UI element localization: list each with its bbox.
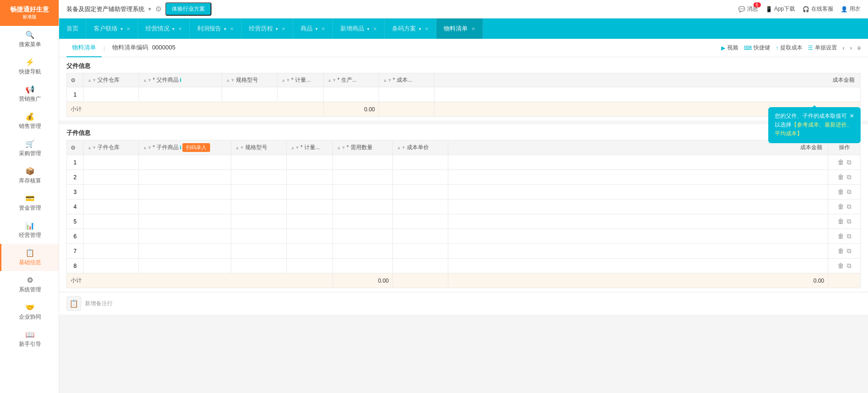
child-row-qty[interactable] xyxy=(333,200,393,214)
parent-th-settings[interactable]: ⚙ xyxy=(67,73,84,87)
copy-icon[interactable]: ⧉ xyxy=(847,232,851,240)
parent-row-product[interactable] xyxy=(139,87,222,102)
child-th-unit[interactable]: ▲▼* 计量... xyxy=(287,140,333,155)
child-row-unit-price[interactable] xyxy=(393,259,448,273)
delete-icon[interactable]: 🗑 xyxy=(838,188,844,196)
copy-icon[interactable]: ⧉ xyxy=(847,203,851,211)
delete-icon[interactable]: 🗑 xyxy=(838,232,844,240)
child-row-spec[interactable] xyxy=(231,185,287,200)
parent-row-spec[interactable] xyxy=(222,87,277,102)
parent-row-unit[interactable] xyxy=(277,87,324,102)
copy-icon[interactable]: ⧉ xyxy=(847,158,851,166)
nav-tab-close-icon[interactable]: ✕ xyxy=(282,26,285,31)
child-row-warehouse[interactable] xyxy=(84,214,139,229)
child-row-unit[interactable] xyxy=(287,259,333,273)
child-th-product[interactable]: ▲▼* 子件商品ℹ扫码录入 xyxy=(139,140,231,155)
parent-row-production[interactable] xyxy=(324,87,379,102)
delete-icon[interactable]: 🗑 xyxy=(838,218,844,225)
child-row-qty[interactable] xyxy=(333,259,393,273)
copy-icon[interactable]: ⧉ xyxy=(847,262,851,270)
nav-tab-close-icon[interactable]: ✕ xyxy=(425,26,428,31)
child-row-unit-price[interactable] xyxy=(393,170,448,185)
child-row-unit-price[interactable] xyxy=(393,155,448,170)
app-download-item[interactable]: 📱 App下载 xyxy=(766,5,795,13)
trial-button[interactable]: 体验行业方案 xyxy=(165,2,211,16)
prev-nav-button[interactable]: ‹ xyxy=(843,45,844,51)
sidebar-item-guide[interactable]: 📖新手引导 xyxy=(0,326,59,353)
delete-icon[interactable]: 🗑 xyxy=(838,173,844,181)
sidebar-item-marketing[interactable]: 📢营销推广 xyxy=(0,80,59,108)
extract-cost-button[interactable]: ↑ 提取成本 xyxy=(776,44,802,52)
child-row-qty[interactable] xyxy=(333,155,393,170)
sidebar-item-search[interactable]: 🔍搜索菜单 xyxy=(0,26,59,53)
child-row-warehouse[interactable] xyxy=(84,244,139,259)
child-row-spec[interactable] xyxy=(231,259,287,273)
child-row-product[interactable] xyxy=(139,185,231,200)
sidebar-item-system[interactable]: ⚙系统管理 xyxy=(0,271,59,298)
nav-tab-new_goods[interactable]: 新增商品▾✕ xyxy=(333,18,385,39)
child-row-product[interactable] xyxy=(139,155,231,170)
delete-icon[interactable]: 🗑 xyxy=(838,203,844,211)
nav-tab-goods[interactable]: 商品▾✕ xyxy=(293,18,333,39)
child-row-warehouse[interactable] xyxy=(84,229,139,244)
nav-tab-customer[interactable]: 客户联络▾✕ xyxy=(86,18,138,39)
child-row-product[interactable] xyxy=(139,170,231,185)
close-page-icon[interactable]: ✕ xyxy=(850,18,868,20)
child-th-warehouse[interactable]: ▲▼子件仓库 xyxy=(84,140,139,155)
child-row-unit[interactable] xyxy=(287,170,333,185)
online-service-item[interactable]: 🎧 在线客服 xyxy=(802,5,833,13)
parent-th-product[interactable]: ▲▼* 父件商品ℹ xyxy=(139,73,222,87)
sidebar-item-finance[interactable]: 💳资金管理 xyxy=(0,189,59,217)
child-row-spec[interactable] xyxy=(231,244,287,259)
nav-tab-close-icon[interactable]: ✕ xyxy=(471,26,475,31)
child-row-warehouse[interactable] xyxy=(84,259,139,273)
nav-tab-barcode[interactable]: 条码方案▾✕ xyxy=(385,18,436,39)
child-row-unit[interactable] xyxy=(287,244,333,259)
sidebar-item-basic-info[interactable]: 📋基础信息 xyxy=(0,244,59,271)
copy-icon[interactable]: ⧉ xyxy=(847,188,851,196)
child-row-product[interactable] xyxy=(139,214,231,229)
child-row-unit-price[interactable] xyxy=(393,244,448,259)
child-row-unit-price[interactable] xyxy=(393,185,448,200)
sidebar-item-operation-mgmt[interactable]: 📊经营管理 xyxy=(0,217,59,244)
child-row-warehouse[interactable] xyxy=(84,185,139,200)
nav-tab-home[interactable]: 首页 xyxy=(59,18,86,39)
child-row-qty[interactable] xyxy=(333,214,393,229)
delete-icon[interactable]: 🗑 xyxy=(838,262,844,270)
child-row-qty[interactable] xyxy=(333,185,393,200)
child-row-spec[interactable] xyxy=(231,155,287,170)
nav-tab-operation[interactable]: 经营情况▾✕ xyxy=(138,18,190,39)
nav-tab-history[interactable]: 经营历程▾✕ xyxy=(241,18,293,39)
child-row-qty[interactable] xyxy=(333,229,393,244)
child-row-product[interactable] xyxy=(139,244,231,259)
child-row-unit[interactable] xyxy=(287,214,333,229)
nav-tab-profit[interactable]: 利润报告▾✕ xyxy=(190,18,241,39)
nav-tab-bom[interactable]: 物料清单✕ xyxy=(436,18,483,39)
parent-th-production[interactable]: ▲▼* 生产... xyxy=(324,73,379,87)
parent-row-warehouse[interactable] xyxy=(84,87,139,102)
child-row-spec[interactable] xyxy=(231,214,287,229)
sub-tab-list[interactable]: 物料清单 xyxy=(66,39,102,57)
copy-icon[interactable]: ⧉ xyxy=(847,247,851,255)
sidebar-item-enterprise[interactable]: 🤝企业协同 xyxy=(0,298,59,326)
child-row-unit[interactable] xyxy=(287,185,333,200)
child-row-spec[interactable] xyxy=(231,170,287,185)
message-item[interactable]: 💬 消息 6 xyxy=(738,5,758,13)
parent-th-warehouse[interactable]: ▲▼父件仓库 xyxy=(84,73,139,87)
system-dropdown-icon[interactable]: ▾ xyxy=(148,6,151,12)
parent-th-spec[interactable]: ▲▼规格型号 xyxy=(222,73,277,87)
parent-th-unit[interactable]: ▲▼* 计量... xyxy=(277,73,324,87)
parent-th-cost[interactable]: ▲▼* 成本... xyxy=(379,73,434,87)
child-row-product[interactable] xyxy=(139,200,231,214)
child-row-spec[interactable] xyxy=(231,200,287,214)
grid-view-button[interactable]: ≡ xyxy=(857,45,861,51)
parent-row-cost[interactable] xyxy=(379,87,434,102)
child-row-spec[interactable] xyxy=(231,229,287,244)
child-th-qty[interactable]: ▲▼* 需用数量 xyxy=(333,140,393,155)
child-row-unit[interactable] xyxy=(287,155,333,170)
sidebar-item-quick-nav[interactable]: ⚡快捷导航 xyxy=(0,53,59,80)
nav-tab-close-icon[interactable]: ✕ xyxy=(373,26,377,31)
copy-icon[interactable]: ⧉ xyxy=(847,173,851,181)
child-th-settings[interactable]: ⚙ xyxy=(67,140,84,155)
bottom-action-icon[interactable]: 📋 xyxy=(66,296,81,311)
